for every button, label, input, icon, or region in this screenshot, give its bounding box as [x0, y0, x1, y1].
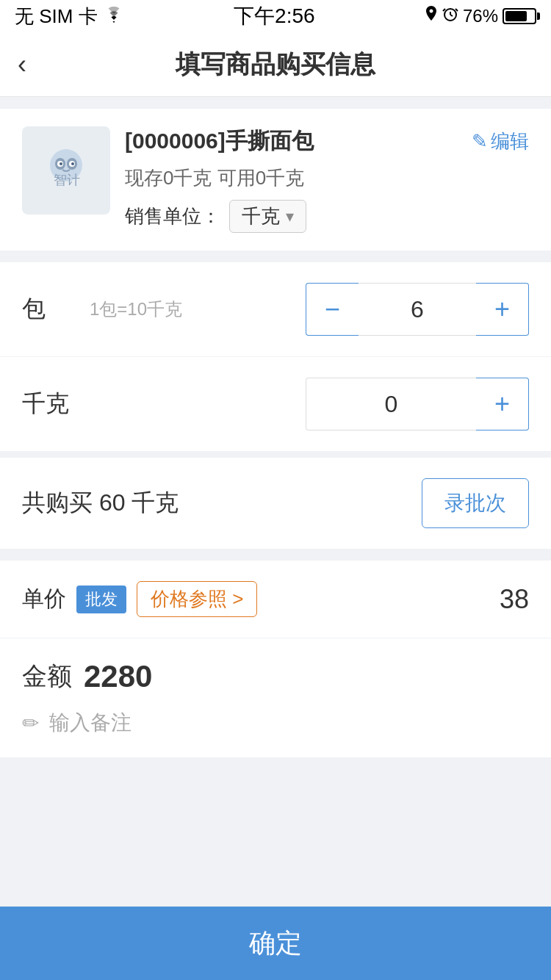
nav-bar: ‹ 填写商品购买信息: [0, 32, 551, 97]
status-carrier: 无 SIM 卡: [15, 4, 124, 29]
price-value: 38: [500, 584, 529, 615]
decrement-bao-button[interactable]: −: [306, 283, 359, 336]
quantity-input-kg[interactable]: [306, 378, 476, 430]
svg-point-8: [60, 162, 62, 165]
quantity-label-kg: 千克: [22, 388, 81, 420]
quantity-section: 包 1包=10千克 − + 千克 +: [0, 262, 551, 452]
product-unit-row: 销售单位： 千克 ▾: [125, 200, 529, 233]
price-ref-button[interactable]: 价格参照 >: [137, 581, 257, 617]
quantity-row-bao: 包 1包=10千克 − +: [0, 262, 551, 357]
pencil-icon: ✏: [22, 711, 39, 735]
svg-text:智计: 智计: [54, 173, 80, 187]
status-bar: 无 SIM 卡 下午2:56 76%: [0, 0, 551, 32]
price-label: 单价: [22, 584, 66, 614]
quantity-label-bao: 包: [22, 293, 81, 325]
carrier-text: 无 SIM 卡: [15, 4, 98, 29]
unit-selector[interactable]: 千克 ▾: [229, 200, 306, 233]
unit-label: 销售单位：: [125, 203, 220, 229]
quantity-controls-kg: +: [306, 378, 529, 430]
amount-label: 金额: [22, 660, 72, 693]
product-image: 智计: [22, 126, 110, 215]
product-logo-icon: 智计: [40, 145, 92, 197]
total-label: 共购买 60 千克: [22, 487, 179, 519]
product-name: [0000006]手撕面包: [125, 126, 314, 156]
quantity-row-kg: 千克 +: [0, 357, 551, 452]
back-button[interactable]: ‹: [18, 49, 26, 80]
edit-link[interactable]: ✎ 编辑: [472, 129, 529, 154]
confirm-button[interactable]: 确定: [0, 907, 551, 980]
wifi-icon: [104, 5, 124, 28]
battery-text: 76%: [463, 6, 498, 26]
svg-point-9: [71, 162, 74, 165]
product-card: 智计 [0000006]手撕面包 ✎ 编辑 现存0千克 可用0千克 销售单位： …: [0, 109, 551, 251]
quantity-input-bao[interactable]: [359, 283, 476, 336]
status-time: 下午2:56: [234, 2, 315, 30]
amount-row: 金额 2280: [22, 659, 529, 694]
amount-section: 金额 2280 ✏ 输入备注: [0, 638, 551, 757]
product-stock: 现存0千克 可用0千克: [125, 165, 529, 191]
quantity-controls-bao: − +: [306, 283, 529, 336]
status-indicators: 76%: [425, 6, 536, 26]
record-batch-button[interactable]: 录批次: [422, 478, 529, 528]
note-row[interactable]: ✏ 输入备注: [22, 709, 529, 737]
location-icon: [425, 6, 438, 26]
unit-value: 千克: [242, 203, 280, 229]
edit-icon: ✎: [472, 130, 488, 153]
increment-kg-button[interactable]: +: [476, 378, 529, 430]
price-left: 单价 批发 价格参照 >: [22, 581, 257, 617]
increment-bao-button[interactable]: +: [476, 283, 529, 336]
batch-badge: 批发: [76, 586, 126, 613]
total-row: 共购买 60 千克 录批次: [0, 452, 551, 549]
alarm-icon: [442, 6, 458, 26]
amount-value: 2280: [84, 659, 152, 694]
quantity-hint-bao: 1包=10千克: [90, 298, 306, 321]
note-placeholder: 输入备注: [49, 709, 132, 737]
battery-indicator: [503, 8, 536, 24]
svg-line-2: [450, 15, 453, 16]
dropdown-arrow-icon: ▾: [286, 207, 294, 226]
price-section: 单价 批发 价格参照 > 38: [0, 561, 551, 638]
product-info: [0000006]手撕面包 ✎ 编辑 现存0千克 可用0千克 销售单位： 千克 …: [125, 126, 529, 233]
page-title: 填写商品购买信息: [176, 48, 375, 82]
